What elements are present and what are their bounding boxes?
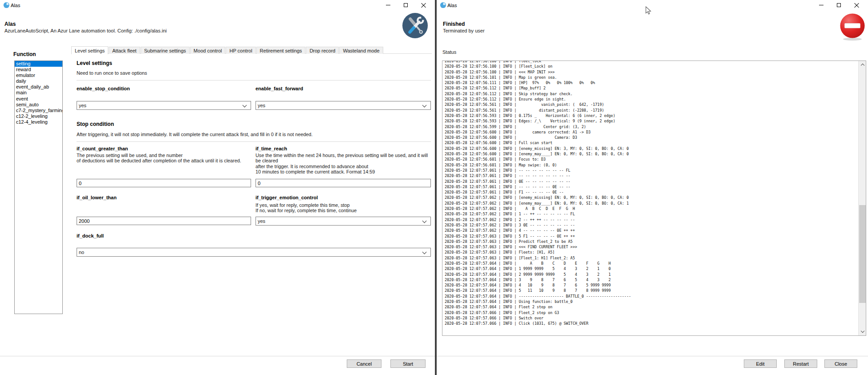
minimize-icon <box>819 5 823 5</box>
maximize-icon <box>404 3 408 7</box>
sidebar-item-main[interactable]: main <box>15 90 62 96</box>
function-list-label: Function <box>13 51 36 57</box>
minimize-icon <box>386 5 390 5</box>
chevron-up-icon <box>860 64 864 67</box>
tab-hp-control[interactable]: HP control <box>226 47 256 54</box>
separator <box>77 80 431 81</box>
restart-button[interactable]: Restart <box>784 359 817 368</box>
separator <box>77 141 431 142</box>
cancel-button[interactable]: Cancel <box>347 359 381 368</box>
tab-wasteland-mode[interactable]: Wasteland mode <box>339 47 383 54</box>
page-subtitle: AzurLaneAutoScript, An Azur Lane automat… <box>4 28 166 33</box>
select-enable-fast-forward[interactable]: yes <box>256 101 431 110</box>
chevron-down-icon <box>422 219 427 223</box>
select-value: yes <box>258 218 265 224</box>
sidebar-item-emulator[interactable]: emulator <box>15 73 62 78</box>
close-icon <box>854 3 859 8</box>
status-title: Finished <box>443 21 465 27</box>
page-title: Alas <box>4 21 16 27</box>
chevron-down-icon <box>243 103 247 108</box>
maximize-button[interactable] <box>399 0 412 10</box>
desc-if-trigger-emotion-control: If yes, wait for reply, complete this ti… <box>256 202 432 214</box>
section-title-stop-condition: Stop condition <box>77 121 114 127</box>
titlebar[interactable]: Alas <box>0 0 435 10</box>
close-button[interactable] <box>417 0 430 10</box>
select-enable-stop-condition[interactable]: yes <box>77 101 251 110</box>
log-scrollbar[interactable] <box>858 61 866 335</box>
section-desc-level-settings: Need to run once to save options <box>77 70 147 76</box>
label-if-oil-lower-than: if_oil_lower_than <box>77 195 117 200</box>
close-button[interactable] <box>850 0 863 10</box>
maximize-icon <box>837 3 841 7</box>
desc-if-count-greater-than: The previous setting will be used, and t… <box>77 153 251 164</box>
chevron-down-icon <box>422 103 427 108</box>
tab-attack-fleet[interactable]: Attack fleet <box>109 47 140 54</box>
desc-if-time-reach: Use the time within the next 24 hours, t… <box>256 153 432 175</box>
label-enable-stop-condition: enable_stop_condition <box>77 86 130 91</box>
scrollbar-thumb[interactable] <box>859 205 866 303</box>
alas-logo-icon <box>3 2 10 8</box>
tab-drop-record[interactable]: Drop record <box>306 47 339 54</box>
window-title: Alas <box>447 3 457 8</box>
minimize-button[interactable] <box>815 0 828 10</box>
section-desc-stop-condition: After triggering, it will not stop immed… <box>77 132 431 137</box>
close-action-button[interactable]: Close <box>824 359 857 368</box>
input-if-count-greater-than[interactable] <box>77 179 251 187</box>
tab-bar: Level settings Attack fleet Submarine se… <box>71 45 384 54</box>
sidebar-item-c7-2-mystery-farming[interactable]: c7-2_mystery_farming <box>15 108 62 113</box>
start-button[interactable]: Start <box>390 359 426 368</box>
sidebar-item-semi-auto[interactable]: semi_auto <box>15 102 62 108</box>
alas-app: Alas Alas AzurLaneAutoScript, An Azur La… <box>0 0 868 375</box>
chevron-down-icon <box>860 329 864 333</box>
log-window: Alas Finished Terminated by user Status <box>437 0 868 375</box>
edit-button[interactable]: Edit <box>744 359 777 368</box>
mouse-cursor <box>645 6 651 15</box>
tab-submarine-settings[interactable]: Submarine settings <box>141 47 190 54</box>
log-text[interactable]: 2020-05-28 12:07:56.100 | INFO | fleet_l… <box>445 60 858 335</box>
sidebar-item-setting[interactable]: setting <box>15 61 62 67</box>
scroll-up-button[interactable] <box>859 61 866 69</box>
label-if-dock-full: if_dock_full <box>77 233 104 238</box>
alas-logo-icon <box>440 2 446 8</box>
chevron-down-icon <box>422 250 427 254</box>
footer-separator <box>437 356 868 356</box>
titlebar[interactable]: Alas <box>437 0 868 10</box>
label-if-count-greater-than: if_count_greater_than <box>77 146 128 151</box>
stop-icon <box>839 13 866 41</box>
config-window: Alas Alas AzurLaneAutoScript, An Azur La… <box>0 0 435 375</box>
sidebar-item-reward[interactable]: reward <box>15 67 62 73</box>
maximize-button[interactable] <box>832 0 845 10</box>
scroll-down-button[interactable] <box>859 328 866 335</box>
footer-separator <box>0 356 435 356</box>
select-if-trigger-emotion-control[interactable]: yes <box>256 217 431 226</box>
section-title-level-settings: Level settings <box>77 60 112 66</box>
function-listbox[interactable]: setting reward emulator daily event_dail… <box>14 60 63 314</box>
label-if-time-reach: if_time_reach <box>256 146 287 151</box>
sidebar-item-c12-2-leveling[interactable]: c12-2_leveling <box>15 113 62 119</box>
tab-retirement-settings[interactable]: Retirement settings <box>256 47 306 54</box>
status-frame-label: Status <box>442 49 456 55</box>
input-if-time-reach[interactable] <box>256 179 431 187</box>
window-title: Alas <box>11 3 20 8</box>
tools-icon <box>402 12 428 39</box>
select-value: yes <box>79 103 86 108</box>
sidebar-item-event-daily-ab[interactable]: event_daily_ab <box>15 84 62 90</box>
tab-level-settings[interactable]: Level settings <box>71 46 108 54</box>
select-value: no <box>79 250 84 255</box>
status-subtitle: Terminated by user <box>443 28 485 33</box>
label-enable-fast-forward: enable_fast_forward <box>256 86 303 91</box>
minimize-button[interactable] <box>381 0 395 10</box>
select-value: yes <box>258 103 265 108</box>
input-if-oil-lower-than[interactable] <box>77 217 251 225</box>
select-if-dock-full[interactable]: no <box>77 248 431 257</box>
log-output[interactable]: 2020-05-28 12:07:56.100 | INFO | fleet_l… <box>442 60 866 336</box>
label-if-trigger-emotion-control: if_trigger_emotion_control <box>256 195 318 200</box>
close-icon <box>421 3 426 8</box>
sidebar-item-daily[interactable]: daily <box>15 78 62 84</box>
tab-mood-control[interactable]: Mood control <box>190 47 226 54</box>
sidebar-item-event[interactable]: event <box>15 96 62 102</box>
sidebar-item-c12-4-leveling[interactable]: c12-4_leveling <box>15 119 62 125</box>
